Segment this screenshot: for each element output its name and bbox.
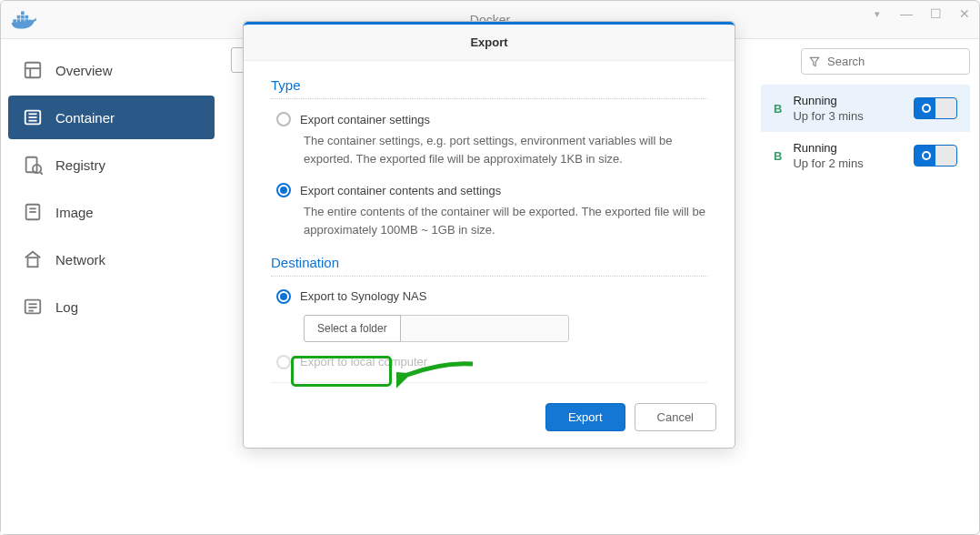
- pin-button[interactable]: ▾: [865, 1, 890, 26]
- svg-line-17: [40, 172, 43, 175]
- close-button[interactable]: ✕: [952, 1, 977, 26]
- image-icon: [23, 202, 43, 222]
- sidebar-item-log[interactable]: Log: [8, 285, 215, 328]
- container-row[interactable]: B Running Up for 2 mins: [761, 132, 970, 179]
- container-status: Running: [793, 141, 903, 155]
- log-icon: [23, 297, 43, 317]
- sidebar-item-network[interactable]: Network: [8, 237, 215, 281]
- radio-label: Export container settings: [300, 113, 430, 126]
- export-dialog: Export Type Export container settings Th…: [243, 21, 735, 449]
- toggle-switch[interactable]: [914, 145, 957, 167]
- minimize-button[interactable]: —: [894, 1, 919, 26]
- svg-rect-0: [13, 19, 16, 23]
- folder-path-field[interactable]: [400, 315, 569, 342]
- container-letter: B: [774, 149, 782, 163]
- dashboard-icon: [23, 60, 43, 80]
- maximize-button[interactable]: ☐: [923, 1, 948, 26]
- export-button[interactable]: Export: [545, 403, 625, 431]
- svg-rect-4: [17, 15, 21, 18]
- sidebar-label: Image: [55, 205, 94, 220]
- svg-rect-7: [21, 11, 25, 15]
- search-wrap: [801, 48, 970, 75]
- container-status: Running: [793, 94, 903, 107]
- sidebar-label: Container: [55, 110, 115, 126]
- sidebar: Overview Container Registry Image Networ…: [1, 39, 222, 534]
- toggle-switch[interactable]: [914, 97, 957, 119]
- sidebar-label: Overview: [55, 63, 113, 78]
- sidebar-label: Log: [55, 299, 78, 315]
- radio-description: The container settings, e.g. port settin…: [304, 132, 707, 168]
- network-icon: [23, 249, 43, 269]
- sidebar-item-image[interactable]: Image: [8, 190, 215, 234]
- radio-export-contents[interactable]: [276, 183, 291, 197]
- radio-export-settings[interactable]: [276, 112, 291, 126]
- svg-rect-21: [28, 257, 38, 267]
- svg-rect-5: [21, 15, 25, 18]
- radio-export-local: [276, 355, 291, 369]
- sidebar-label: Network: [55, 252, 105, 268]
- section-title-type: Type: [271, 77, 707, 93]
- docker-icon: [10, 10, 37, 30]
- container-uptime: Up for 2 mins: [793, 156, 903, 170]
- cancel-button[interactable]: Cancel: [635, 403, 716, 431]
- radio-label: Export to local computer: [300, 355, 427, 368]
- svg-rect-6: [25, 15, 28, 18]
- radio-export-nas[interactable]: [276, 289, 291, 304]
- container-row[interactable]: B Running Up for 3 mins: [761, 85, 970, 132]
- section-title-destination: Destination: [271, 255, 707, 270]
- radio-label: Export container contents and settings: [300, 184, 501, 197]
- container-letter: B: [774, 102, 782, 116]
- search-input[interactable]: [801, 48, 970, 75]
- select-folder-button[interactable]: Select a folder: [304, 315, 401, 342]
- sidebar-item-registry[interactable]: Registry: [8, 143, 215, 187]
- sidebar-item-overview[interactable]: Overview: [8, 48, 215, 92]
- radio-label: Export to Synology NAS: [300, 289, 426, 303]
- container-icon: [23, 107, 43, 127]
- registry-icon: [23, 155, 43, 175]
- window-controls: ▾ — ☐ ✕: [865, 1, 977, 26]
- radio-description: The entire contents of the container wil…: [304, 203, 707, 239]
- container-uptime: Up for 3 mins: [793, 109, 903, 123]
- sidebar-item-container[interactable]: Container: [8, 96, 215, 139]
- svg-rect-8: [25, 63, 41, 78]
- filter-icon: [808, 56, 821, 68]
- container-list: B Running Up for 3 mins B Running Up for…: [761, 85, 970, 179]
- sidebar-label: Registry: [55, 157, 105, 173]
- dialog-title: Export: [244, 22, 735, 61]
